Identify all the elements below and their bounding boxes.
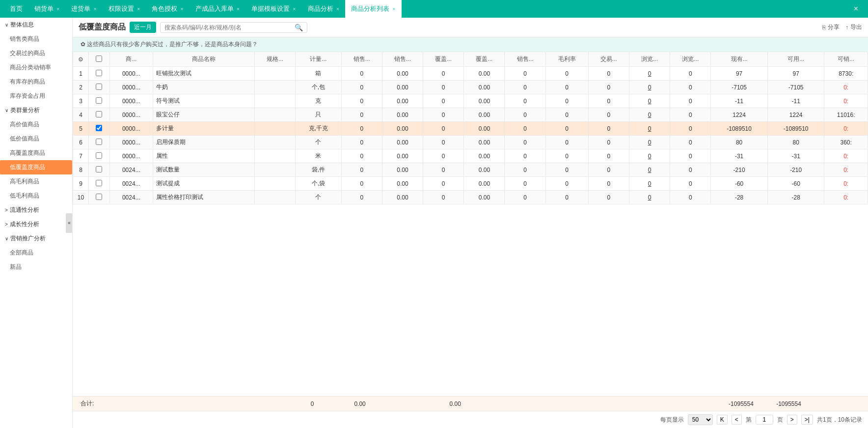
row-checkbox[interactable] [89,81,110,94]
row-checkbox[interactable] [89,108,110,122]
search-input[interactable] [164,24,295,31]
row-spec [254,191,295,204]
share-button[interactable]: ⎘ 分享 [822,23,840,31]
row-checkbox[interactable] [89,163,110,177]
sidebar-item-low-margin[interactable]: 低毛利商品 [0,189,72,203]
page-prefix-label: 第 [746,416,752,424]
table-row: 1 0000... 旺铺批次测试 箱 0 0.00 0 0.00 0 0 0 0… [73,67,868,81]
nav-product-storage[interactable]: 产成品入库单 × [190,0,245,18]
data-table-container[interactable]: ⚙ 商... 商品名称 规格... 计量... 销售... 销售... 覆盖..… [73,52,868,396]
select-all-checkbox[interactable] [96,56,102,62]
nav-close-icon[interactable]: × [392,6,395,12]
sidebar-item-high-coverage[interactable]: 高覆盖度商品 [0,146,72,160]
row-browse1[interactable]: 0 [629,67,670,81]
column-coverage1: 覆盖... [423,52,464,67]
page-number-input[interactable] [756,415,773,425]
window-close-button[interactable]: × [848,4,864,13]
export-button[interactable]: ↑ 导出 [845,23,862,31]
row-browse2: 0 [670,67,711,81]
nav-product-analysis-list[interactable]: 商品分析列表 × [345,0,401,18]
row-coverage2: 0.00 [464,67,505,81]
sidebar-item-all-goods[interactable]: 全部商品 [0,246,72,260]
row-transaction: 0 [588,94,629,108]
first-page-button[interactable]: K [717,415,728,425]
nav-template-settings[interactable]: 单据模板设置 × [245,0,301,18]
row-browse1[interactable]: 0 [629,94,670,108]
row-browse1[interactable]: 0 [629,163,670,177]
row-checkbox[interactable] [89,94,110,108]
row-browse1[interactable]: 0 [629,136,670,149]
next-page-button[interactable]: > [787,415,797,425]
row-stock1: -31 [711,149,768,163]
nav-home[interactable]: 首页 [4,0,28,18]
nav-close-icon[interactable]: × [56,6,59,12]
row-sales1: 0 [341,108,382,122]
row-checkbox[interactable] [89,177,110,191]
row-unit: 个 [296,136,342,149]
row-name: 符号测试 [153,94,254,108]
row-checkbox[interactable] [89,122,110,136]
nav-close-icon[interactable]: × [293,6,296,12]
row-sales2: 0.00 [382,136,423,149]
sidebar-collapse-button[interactable]: « [66,213,73,233]
sidebar-item-new-goods[interactable]: 新品 [0,260,72,274]
nav-sales-order[interactable]: 销货单 × [28,0,65,18]
nav-close-icon[interactable]: × [137,6,140,12]
sidebar-item-high-value[interactable]: 高价值商品 [0,117,72,132]
row-browse1[interactable]: 0 [629,191,670,204]
sidebar-item-stock-capital[interactable]: 库存资金占用 [0,89,72,103]
sidebar-item-low-value[interactable]: 低价值商品 [0,132,72,146]
row-checkbox[interactable] [89,191,110,204]
chevron-down-icon: ∨ [5,108,8,113]
sidebar-section-marketing[interactable]: ∨ 营销推广分析 [0,231,72,246]
nav-product-analysis[interactable]: 商品分析 × [302,0,345,18]
row-checkbox[interactable] [89,67,110,81]
row-browse1[interactable]: 0 [629,149,670,163]
nav-role-auth[interactable]: 角色授权 × [146,0,189,18]
total-info: 共1页，10条记录 [817,416,862,424]
per-page-select[interactable]: 20 50 100 200 [688,414,713,425]
row-browse1[interactable]: 0 [629,122,670,136]
nav-purchase-order[interactable]: 进货单 × [65,0,102,18]
row-name: 属性价格打印测试 [153,191,254,204]
nav-close-icon[interactable]: × [336,6,339,12]
filter-recent-month-button[interactable]: 近一月 [130,22,156,33]
row-sellable: 0: [824,163,868,177]
row-browse1[interactable]: 0 [629,81,670,94]
search-icon[interactable]: 🔍 [295,24,303,31]
row-unit: 个 [296,191,342,204]
sidebar-item-sales-goods[interactable]: 销售类商品 [0,32,72,46]
sidebar-section-liquidity[interactable]: > 流通性分析 [0,203,72,217]
row-checkbox[interactable] [89,136,110,149]
header-actions: ⎘ 分享 ↑ 导出 [822,23,862,31]
sidebar-item-low-coverage[interactable]: 低覆盖度商品 [0,160,72,174]
sidebar-section-overall[interactable]: ∨ 整体信息 [0,18,72,32]
prev-page-button[interactable]: < [732,415,742,425]
nav-close-icon[interactable]: × [93,6,96,12]
row-sales2: 0.00 [382,67,423,81]
row-coverage2: 0.00 [464,163,505,177]
row-code: 0000... [109,149,153,163]
sidebar-item-traded-goods[interactable]: 交易过的商品 [0,46,72,60]
sidebar-item-sales-rate[interactable]: 商品分类动销率 [0,60,72,75]
table-row: 2 0000... 牛奶 个,包 0 0.00 0 0.00 0 0 0 0 0… [73,81,868,94]
nav-close-icon[interactable]: × [180,6,183,12]
column-checkbox[interactable] [89,52,110,67]
sidebar-item-high-margin[interactable]: 高毛利商品 [0,174,72,189]
column-settings[interactable]: ⚙ [73,52,89,67]
row-checkbox[interactable] [89,149,110,163]
sidebar-section-cluster[interactable]: ∨ 类群量分析 [0,103,72,117]
last-page-button[interactable]: >| [801,415,813,425]
row-sales2: 0.00 [382,191,423,204]
row-browse1[interactable]: 0 [629,177,670,191]
nav-permission[interactable]: 权限设置 × [103,0,146,18]
row-code: 0000... [109,122,153,136]
nav-close-icon[interactable]: × [237,6,240,12]
sidebar-section-growth[interactable]: > 成长性分析 [0,217,72,231]
row-sales1: 0 [341,136,382,149]
row-sales1: 0 [341,94,382,108]
row-coverage2: 0.00 [464,122,505,136]
row-browse1[interactable]: 0 [629,108,670,122]
sidebar-item-stock-goods[interactable]: 有库存的商品 [0,75,72,89]
footer-cells: 0 0.00 0.00 -1095554 -1095554 [98,400,860,407]
